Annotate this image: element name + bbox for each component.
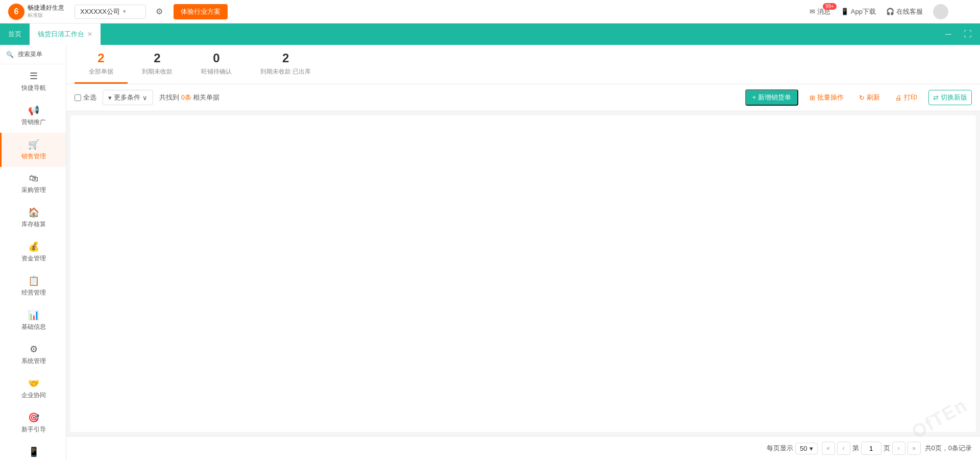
print-label: 打印 [904, 93, 917, 102]
table-area [70, 115, 976, 432]
pagination: 每页显示 50 ▾ « ‹ 第 页 › » 共0页，0条记录 [66, 436, 980, 460]
print-button[interactable]: 🖨 打印 [891, 90, 921, 105]
stat-tab-all[interactable]: 2 全部单据 [75, 45, 128, 84]
sidebar-item-sales[interactable]: 🛒 销售管理 [0, 133, 66, 167]
stat-shipped-number: 2 [282, 51, 289, 65]
sidebar-item-guide[interactable]: 🎯 新手引导 [0, 406, 66, 440]
batch-label: 批量操作 [817, 93, 844, 102]
stat-tab-overdue[interactable]: 2 到期未收款 [128, 45, 187, 84]
sidebar-item-inventory[interactable]: 🏠 库存核算 [0, 201, 66, 235]
select-all-label[interactable]: 全选 [75, 93, 96, 102]
tab-bar-actions: ─ ⛶ [941, 27, 980, 41]
per-page-arrow-icon: ▾ [810, 445, 813, 452]
sidebar-item-cooperation-label: 企业协同 [21, 391, 46, 400]
finance-icon: 💰 [28, 241, 39, 252]
more-filter-button[interactable]: ▾ 更多条件 ∨ [103, 90, 153, 105]
batch-icon: ⊞ [810, 94, 815, 102]
sidebar-item-basic-label: 基础信息 [21, 323, 46, 331]
online-service-label: 在线客服 [896, 7, 923, 16]
sidebar-item-marketing-label: 营销推广 [21, 118, 46, 127]
logo-badge: 标准版 [28, 12, 64, 19]
sidebar: 🔍 搜索菜单 ☰ 快捷导航 📢 营销推广 🛒 销售管理 🛍 采购管理 🏠 库存核… [0, 45, 66, 460]
print-icon: 🖨 [895, 94, 902, 102]
logo-icon: 6 [8, 4, 24, 20]
service-icon: 🎧 [886, 8, 894, 15]
company-selector[interactable]: XXXXXX公司 ▾ [75, 5, 146, 19]
total-label: 共0页，0条记录 [925, 444, 972, 453]
sales-icon: 🛒 [28, 139, 39, 150]
first-page-button[interactable]: « [822, 442, 835, 455]
main-layout: 🔍 搜索菜单 ☰ 快捷导航 📢 营销推广 🛒 销售管理 🛍 采购管理 🏠 库存核… [0, 45, 980, 460]
system-icon: ⚙ [30, 344, 38, 355]
quicknav-icon: ☰ [30, 70, 38, 82]
sidebar-item-cooperation[interactable]: 🤝 企业协同 [0, 372, 66, 406]
online-service-item[interactable]: 🎧 在线客服 [886, 7, 923, 16]
page-nav: « ‹ 第 页 › » [822, 442, 921, 455]
stat-pending-label: 旺铺待确认 [201, 67, 232, 76]
switch-new-button[interactable]: ⇄ 切换新版 [928, 90, 972, 105]
batch-operation-button[interactable]: ⊞ 批量操作 [805, 90, 848, 105]
sidebar-item-quicknav-label: 快捷导航 [21, 84, 46, 92]
refresh-button[interactable]: ↻ 刷新 [855, 90, 884, 105]
messages-item[interactable]: ✉ 消息 99+ [810, 7, 830, 16]
avatar-name [959, 7, 972, 16]
header-right: ✉ 消息 99+ 📱 App下载 🎧 在线客服 [810, 4, 972, 19]
logo-text: 畅捷通好生意 [28, 4, 64, 12]
stats-tabs: 2 全部单据 2 到期未收款 0 旺铺待确认 2 到期未收款 已出库 [66, 45, 980, 84]
sidebar-item-purchase[interactable]: 🛍 采购管理 [0, 167, 66, 201]
chevron-filter-icon: ∨ [142, 94, 148, 102]
select-all-text: 全选 [83, 93, 96, 102]
settings-icon[interactable]: ⚙ [151, 4, 167, 20]
tab-workbench-label: 钱货日清工作台 [38, 30, 84, 39]
avatar[interactable] [933, 4, 948, 19]
stat-all-number: 2 [97, 51, 104, 65]
inventory-icon: 🏠 [28, 207, 39, 218]
switch-icon: ⇄ [933, 94, 939, 102]
tab-home-label: 首页 [8, 30, 21, 39]
top-header: 6 畅捷通好生意 标准版 XXXXXX公司 ▾ ⚙ 体验行业方案 ✉ 消息 99… [0, 0, 980, 23]
sidebar-item-management[interactable]: 📋 经营管理 [0, 269, 66, 303]
tab-workbench[interactable]: 钱货日清工作台 ✕ [30, 23, 101, 45]
stat-all-label: 全部单据 [89, 67, 113, 76]
sidebar-item-system-label: 系统管理 [21, 357, 46, 366]
tab-expand-icon[interactable]: ⛶ [961, 27, 975, 41]
last-page-button[interactable]: » [908, 442, 921, 455]
stat-tab-shipped[interactable]: 2 到期未收款 已出库 [246, 45, 325, 84]
add-sales-button[interactable]: + 新增销货单 [745, 89, 798, 106]
management-icon: 📋 [28, 275, 39, 286]
per-page-value[interactable]: 50 ▾ [795, 443, 817, 454]
cooperation-icon: 🤝 [28, 378, 39, 389]
toolbar: 全选 ▾ 更多条件 ∨ 共找到 0条 相关单据 + 新增销货单 ⊞ 批量操作 ↻ [66, 84, 980, 111]
basic-icon: 📊 [28, 309, 39, 321]
trial-button[interactable]: 体验行业方案 [174, 4, 228, 19]
stat-tab-pending[interactable]: 0 旺铺待确认 [187, 45, 246, 84]
found-text: 共找到 0条 相关单据 [159, 93, 219, 102]
appcenter-icon: 📱 [28, 446, 39, 457]
page-input[interactable] [861, 442, 881, 455]
sidebar-search[interactable]: 🔍 搜索菜单 [0, 45, 66, 64]
tab-home[interactable]: 首页 [0, 23, 30, 45]
app-download-item[interactable]: 📱 App下载 [841, 7, 876, 16]
message-icon: ✉ [810, 8, 815, 15]
sidebar-search-label: 搜索菜单 [18, 50, 42, 59]
sidebar-item-finance[interactable]: 💰 资金管理 [0, 235, 66, 269]
toolbar-right: + 新增销货单 ⊞ 批量操作 ↻ 刷新 🖨 打印 ⇄ 切换新版 [745, 89, 972, 106]
found-count: 0条 [181, 93, 191, 101]
stat-pending-number: 0 [213, 51, 219, 65]
sidebar-item-appcenter[interactable]: 📱 应用中心 [0, 440, 66, 460]
next-page-button[interactable]: › [892, 442, 905, 455]
company-name: XXXXXX公司 [80, 7, 120, 16]
sidebar-item-management-label: 经营管理 [21, 288, 46, 297]
logo-area: 6 畅捷通好生意 标准版 [8, 4, 75, 20]
sidebar-item-system[interactable]: ⚙ 系统管理 [0, 337, 66, 372]
prev-page-button[interactable]: ‹ [837, 442, 850, 455]
sidebar-item-quicknav[interactable]: ☰ 快捷导航 [0, 64, 66, 99]
phone-icon: 📱 [841, 8, 849, 15]
search-icon: 🔍 [6, 51, 14, 58]
select-all-checkbox[interactable] [75, 94, 81, 101]
tab-close-icon[interactable]: ✕ [87, 31, 92, 38]
tab-minimize-icon[interactable]: ─ [941, 27, 955, 41]
sidebar-item-basic[interactable]: 📊 基础信息 [0, 303, 66, 337]
sidebar-item-marketing[interactable]: 📢 营销推广 [0, 99, 66, 133]
page-size-select: 每页显示 50 ▾ [767, 443, 817, 454]
